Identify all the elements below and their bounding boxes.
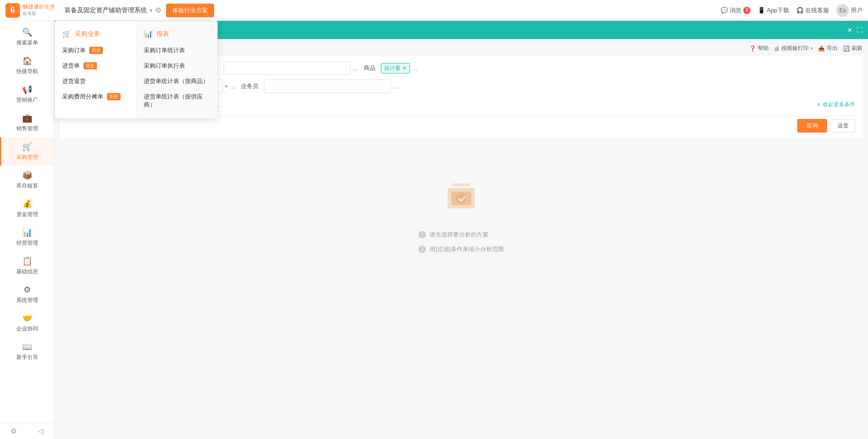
goods-area: 设计素 ✕ ... — [381, 63, 418, 74]
empty-tips: 1 请先选择要分析的方案 2 用[过滤]条件来缩小分析范围 — [419, 229, 503, 255]
home-icon: 🏠 — [22, 56, 32, 66]
goods-dots[interactable]: ... — [412, 64, 418, 72]
system-dropdown-arrow[interactable]: ▾ — [150, 7, 152, 14]
industry-btn[interactable]: 体验行业方案 — [166, 4, 214, 17]
help-label: 帮助 — [758, 44, 769, 52]
menu-item-incoming[interactable]: 进货单 历史 — [55, 58, 136, 74]
reports-menu-icon: 📊 — [144, 30, 153, 38]
rank-dropdown-icon[interactable]: ▾ — [225, 83, 228, 89]
sidebar-label-sales: 销售管理 — [16, 125, 38, 133]
menu-item-expense[interactable]: 采购费用分摊单 历史 — [55, 89, 136, 104]
message-btn[interactable]: 💬 消息 9 — [721, 6, 751, 15]
salesperson-input[interactable] — [264, 79, 391, 93]
menu-item-order-exec[interactable]: 采购订单执行表 — [137, 58, 218, 74]
topbar-left: 6 畅捷通好生意 标准版 装备及固定资产辅助管理系统 ▾ ⚙ 体验行业方案 — [5, 3, 214, 18]
export-label: 导出 — [827, 44, 838, 52]
sidebar-label-marketing: 营销推广 — [16, 96, 38, 104]
sidebar-item-quick-nav[interactable]: 🏠 快捷导航 — [0, 51, 54, 80]
topbar-settings-icon[interactable]: ⚙ — [155, 6, 161, 15]
phone-icon: 📱 — [758, 7, 765, 14]
expense-label: 采购费用分摊单 — [62, 93, 103, 101]
user-btn[interactable]: Ea 用户 — [836, 4, 863, 17]
reports-menu-title: 报表 — [156, 30, 169, 38]
topbar: 6 畅捷通好生意 标准版 装备及固定资产辅助管理系统 ▾ ⚙ 体验行业方案 💬 … — [0, 0, 868, 21]
sales-icon: 💼 — [22, 113, 32, 123]
sidebar-item-cooperation[interactable]: 🤝 企业协同 — [0, 309, 54, 337]
message-label: 消息 — [730, 6, 741, 15]
salesperson-area: ... — [264, 79, 399, 93]
user-avatar: Ea — [836, 4, 849, 17]
help-icon: ❓ — [749, 45, 756, 52]
rank-dots[interactable]: ... — [229, 82, 235, 90]
print-btn[interactable]: 🖨 按模板打印 ▾ — [774, 44, 813, 52]
sidebar-item-basic[interactable]: 📋 基础信息 — [0, 252, 54, 280]
incoming-history: 历史 — [83, 62, 97, 69]
tab-fullscreen-btn[interactable]: ⛶ — [856, 26, 863, 34]
menu-item-return[interactable]: 进货退货 — [55, 74, 136, 89]
user-label: 用户 — [851, 6, 863, 15]
menu-item-incoming-stats-goods[interactable]: 进货单统计表（按商品） — [137, 74, 218, 89]
sidebar-item-marketing[interactable]: 📢 营销推广 — [0, 80, 54, 109]
goods-selected-text: 设计素 — [384, 64, 400, 72]
marketing-icon: 📢 — [22, 84, 32, 94]
empty-state: 1 请先选择要分析的方案 2 用[过滤]条件来缩小分析范围 — [60, 143, 863, 291]
order-exec-label: 采购订单执行表 — [144, 62, 185, 70]
app-download-label: App下载 — [767, 6, 789, 15]
return-label: 进货退货 — [62, 77, 86, 85]
operations-icon: 📊 — [22, 227, 32, 237]
sidebar-label-quick-nav: 快捷导航 — [16, 68, 38, 75]
tab-close-btn[interactable]: ✕ — [847, 26, 853, 34]
goods-tag-close[interactable]: ✕ — [402, 65, 407, 71]
print-label: 按模板打印 — [781, 44, 809, 52]
menu-item-incoming-stats-supplier[interactable]: 进货单统计表（按供应商） — [137, 89, 218, 113]
svg-point-2 — [456, 193, 467, 204]
goods-selected-tag: 设计素 ✕ — [381, 63, 410, 74]
sidebar-collapse-btn[interactable]: ◁ — [38, 427, 44, 435]
purchase-menu-title: 采购业务 — [75, 30, 100, 38]
headset-icon: 🎧 — [796, 7, 804, 14]
menu-col-purchase: 🛒 采购业务 采购订单 历史 进货单 历史 进货退货 采购费用分摊单 历史 — [55, 21, 136, 118]
system-title-area: 装备及固定资产辅助管理系统 ▾ ⚙ — [64, 6, 161, 15]
sidebar-label-finance: 资金管理 — [16, 211, 38, 218]
sidebar-item-guide[interactable]: 📖 新手引导 — [0, 337, 54, 366]
salesperson-label: 业务员 — [241, 82, 258, 90]
message-icon: 💬 — [721, 7, 728, 14]
export-btn[interactable]: 📤 导出 — [818, 44, 838, 52]
doc-status-dots[interactable]: ... — [352, 64, 358, 72]
empty-tip1: 请先选择要分析的方案 — [429, 229, 488, 241]
refresh-btn[interactable]: 🔄 刷新 — [843, 44, 863, 52]
print-dropdown[interactable]: ▾ — [810, 46, 813, 51]
sidebar-label-operations: 经营管理 — [16, 239, 38, 247]
logo-area: 6 畅捷通好生意 标准版 — [5, 3, 60, 18]
sidebar-item-purchase[interactable]: 🛒 采购管理 — [0, 137, 54, 166]
sidebar-settings-btn[interactable]: ⚙ — [10, 427, 17, 435]
app-download-btn[interactable]: 📱 App下载 — [758, 6, 789, 15]
menu-col-purchase-header: 🛒 采购业务 — [55, 27, 136, 43]
sidebar-bottom: ⚙ ◁ — [0, 423, 54, 439]
salesperson-dots[interactable]: ... — [393, 82, 399, 90]
sidebar-item-inventory[interactable]: 📦 库存核算 — [0, 166, 54, 194]
menu-item-order-stats[interactable]: 采购订单统计表 — [137, 43, 218, 58]
cooperation-icon: 🤝 — [22, 313, 32, 323]
setting-btn[interactable]: 设置 — [831, 119, 855, 133]
sidebar: 🔍 搜索菜单 🏠 快捷导航 📢 营销推广 💼 销售管理 🛒 采购管理 📦 库存核… — [0, 21, 54, 439]
sidebar-label-guide: 新手引导 — [16, 354, 38, 361]
guide-icon: 📖 — [22, 342, 32, 352]
sidebar-item-finance[interactable]: 💰 资金管理 — [0, 194, 54, 223]
help-btn[interactable]: ❓ 帮助 — [749, 44, 769, 52]
refresh-label: 刷新 — [852, 44, 863, 52]
sidebar-item-sales[interactable]: 💼 销售管理 — [0, 109, 54, 137]
brand-info: 畅捷通好生意 标准版 — [23, 4, 55, 16]
online-service-btn[interactable]: 🎧 在线客服 — [796, 6, 829, 15]
collapse-btn[interactable]: ∧ 收起更多条件 — [817, 101, 855, 109]
doc-status-input[interactable] — [224, 61, 351, 75]
menu-item-purchase-order[interactable]: 采购订单 历史 — [55, 43, 136, 58]
logo-icon: 6 — [5, 3, 20, 18]
inventory-icon: 📦 — [22, 170, 32, 180]
incoming-label: 进货单 — [62, 62, 80, 70]
sidebar-item-search[interactable]: 🔍 搜索菜单 — [0, 23, 54, 51]
sidebar-item-system[interactable]: ⚙ 系统管理 — [0, 280, 54, 309]
query-btn[interactable]: 查询 — [797, 119, 827, 133]
message-badge: 9 — [743, 7, 751, 14]
sidebar-item-operations[interactable]: 📊 经营管理 — [0, 223, 54, 252]
